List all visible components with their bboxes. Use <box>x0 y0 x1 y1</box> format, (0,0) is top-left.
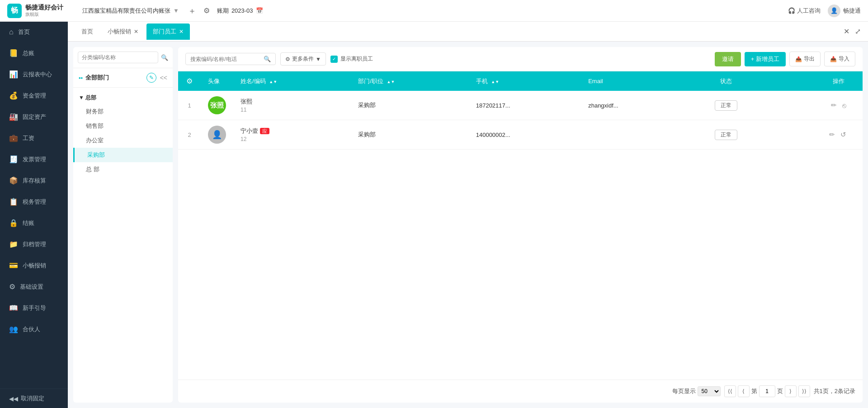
sidebar-item-label: 首页 <box>18 28 30 36</box>
filter-chevron-icon: ▼ <box>316 56 321 62</box>
dept-item-finance[interactable]: 财务部 <box>73 104 173 119</box>
employee-avatar: 👤 <box>208 126 226 144</box>
col-name-label: 姓名/编码 <box>241 78 266 84</box>
row-email-cell: zhangxidf... <box>581 91 684 120</box>
export-icon: 📤 <box>795 56 802 62</box>
topbar-actions: ＋ ⚙ 账期 2023-03 📅 <box>188 5 263 16</box>
page-prev-btn[interactable]: ⟨ <box>738 385 750 397</box>
sidebar-item-tax[interactable]: 📋 税务管理 <box>0 191 68 212</box>
per-page-label: 每页显示 <box>672 387 696 395</box>
period-selector[interactable]: 账期 2023-03 📅 <box>217 7 263 15</box>
show-resigned-checkbox[interactable]: ✓ <box>330 56 338 63</box>
invite-btn[interactable]: 邀请 <box>715 52 741 66</box>
import-btn[interactable]: 📥 导入 <box>824 52 855 66</box>
dept-item-sales[interactable]: 销售部 <box>73 119 173 133</box>
sidebar-item-ledger[interactable]: 📒 总账 <box>0 42 68 64</box>
add-employee-btn[interactable]: + 新增员工 <box>745 52 786 66</box>
dept-all-text: 全部部门 <box>85 74 109 82</box>
logo-text-block: 畅捷通好会计 旗舰版 <box>25 4 63 18</box>
dept-grid-icon: ▪▪ <box>79 75 83 81</box>
col-name-sort: ▲▼ <box>269 80 277 84</box>
payroll-icon: 💼 <box>9 134 18 142</box>
per-page-dropdown[interactable]: 50 10 20 100 <box>698 386 721 396</box>
tab-employee[interactable]: 部门员工 ✕ <box>146 23 190 40</box>
edit-icon[interactable]: ✏ <box>831 101 837 109</box>
layout: ⌂ 首页 📒 总账 📊 云报表中心 💰 资金管理 🏭 固定资产 💼 工资 🧾 发… <box>0 0 868 408</box>
dept-all-label: ▪▪ 全部部门 <box>79 74 109 82</box>
reports-icon: 📊 <box>9 70 18 79</box>
sidebar-item-label: 归档管理 <box>23 240 46 249</box>
export-btn[interactable]: 📤 导出 <box>789 52 821 66</box>
employee-search-icon[interactable]: 🔍 <box>264 56 271 62</box>
col-name[interactable]: 姓名/编码 ▲▼ <box>233 71 351 91</box>
row-name-cell: 张熙 11 <box>233 91 351 120</box>
settings-icon[interactable]: ⚙ <box>203 6 210 15</box>
tab-expand-btn[interactable]: ⤢ <box>855 27 861 36</box>
tab-expense[interactable]: 小畅报销 ✕ <box>101 23 145 40</box>
dept-expand-icon: ▼ <box>79 94 85 101</box>
page-first-btn[interactable]: ⟨⟨ <box>724 385 736 397</box>
logo-subtitle: 旗舰版 <box>25 11 63 18</box>
employee-search-box: 🔍 <box>185 53 276 65</box>
add-icon[interactable]: ＋ <box>188 5 196 16</box>
tab-expense-label: 小畅报销 <box>108 28 131 36</box>
dept-add-icon[interactable]: ✎ <box>146 73 156 83</box>
filter-btn[interactable]: ⚙ 更多条件 ▼ <box>280 52 326 66</box>
tab-employee-close[interactable]: ✕ <box>179 28 184 35</box>
guide-icon: 📖 <box>9 304 18 312</box>
dept-item-office[interactable]: 办公室 <box>73 133 173 148</box>
sidebar-item-expense[interactable]: 💳 小畅报销 <box>0 255 68 276</box>
total-label: 共1页，2条记录 <box>814 387 855 395</box>
unpin-btn[interactable]: ◀◀ 取消固定 <box>0 389 68 408</box>
sidebar-item-invoice[interactable]: 🧾 发票管理 <box>0 149 68 170</box>
page-prefix: 第 <box>751 387 757 395</box>
sidebar-item-reports[interactable]: 📊 云报表中心 <box>0 64 68 85</box>
more-icon[interactable]: ↺ <box>840 131 846 139</box>
show-resigned-toggle[interactable]: ✓ 显示离职员工 <box>330 55 373 63</box>
sidebar-item-inventory[interactable]: 📦 库存核算 <box>0 170 68 191</box>
import-label: 导入 <box>839 55 849 63</box>
company-selector[interactable]: 江西服宝精品有限责任公司内账张 ▼ <box>82 7 179 15</box>
row-num: 1 <box>178 91 201 120</box>
logo: 畅 畅捷通好会计 旗舰版 <box>7 4 75 18</box>
sidebar-item-home[interactable]: ⌂ 首页 <box>0 22 68 42</box>
service-btn[interactable]: 🎧 人工咨询 <box>788 7 821 15</box>
col-avatar: 头像 <box>201 71 233 91</box>
sidebar-item-assets[interactable]: 🏭 固定资产 <box>0 106 68 127</box>
sidebar-item-archive[interactable]: 📁 归档管理 <box>0 234 68 255</box>
sidebar-item-label: 发票管理 <box>23 155 46 164</box>
page-next-btn[interactable]: ⟩ <box>785 385 797 397</box>
employee-search-input[interactable] <box>190 56 264 62</box>
dept-item-general[interactable]: 总 部 <box>73 162 173 177</box>
sidebar-item-close[interactable]: 🔒 结账 <box>0 212 68 234</box>
tab-home[interactable]: 首页 <box>75 23 99 40</box>
more-icon[interactable]: ⎋ <box>842 102 846 109</box>
tab-close-all-btn[interactable]: ✕ <box>844 27 849 36</box>
row-avatar-cell: 👤 <box>201 120 233 150</box>
sidebar-item-settings[interactable]: ⚙ 基础设置 <box>0 276 68 297</box>
sidebar-item-partner[interactable]: 👥 合伙人 <box>0 319 68 340</box>
dept-item-purchase[interactable]: 采购部 <box>73 148 173 162</box>
dept-panel: 🔍 ▪▪ 全部部门 ✎ << ▼ 总部 <box>73 47 173 403</box>
sidebar-item-guide[interactable]: 📖 新手引导 <box>0 297 68 319</box>
col-phone[interactable]: 手机 ▲▼ <box>469 71 581 91</box>
dept-search-input[interactable] <box>78 52 158 63</box>
page-number-input[interactable] <box>759 385 775 397</box>
col-dept[interactable]: 部门/职位 ▲▼ <box>351 71 468 91</box>
dept-search-icon[interactable]: 🔍 <box>161 54 168 61</box>
user-menu[interactable]: 👤 畅捷通 <box>828 5 861 17</box>
page-last-btn[interactable]: ⟩⟩ <box>798 385 810 397</box>
dept-collapse-btn[interactable]: << <box>160 74 167 81</box>
edit-icon[interactable]: ✏ <box>829 131 835 139</box>
tab-expense-close[interactable]: ✕ <box>134 28 138 35</box>
col-settings[interactable]: ⚙ <box>178 71 201 91</box>
sidebar-item-payroll[interactable]: 💼 工资 <box>0 127 68 149</box>
dept-search: 🔍 <box>73 47 173 68</box>
row-phone-cell: 187202117... <box>469 91 581 120</box>
user-name: 畅捷通 <box>843 7 861 15</box>
sidebar-item-funds[interactable]: 💰 资金管理 <box>0 85 68 106</box>
col-status-label: 状态 <box>720 78 732 84</box>
filter-label: 更多条件 <box>292 55 314 63</box>
expense-icon: 💳 <box>9 261 18 270</box>
col-avatar-label: 头像 <box>208 78 220 84</box>
